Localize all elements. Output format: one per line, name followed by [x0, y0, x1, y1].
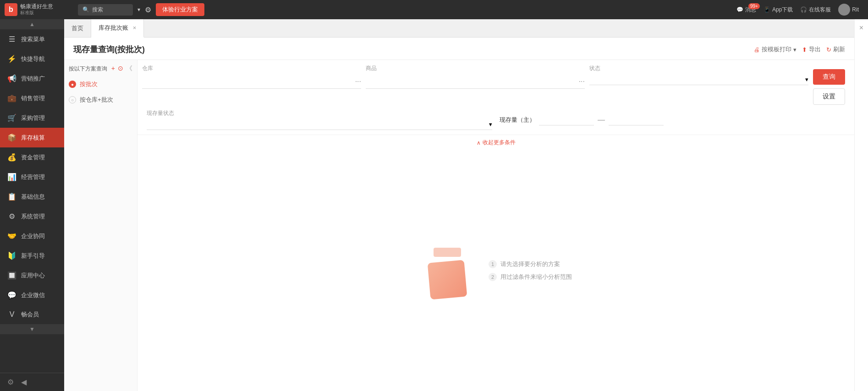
sidebar-item-vip[interactable]: V 畅会员	[0, 305, 64, 324]
refresh-icon: ↻	[826, 46, 831, 53]
empty-box	[428, 260, 467, 300]
online-service-btn[interactable]: 🎧 在线客服	[800, 6, 831, 14]
message-btn[interactable]: 💬 消息 99+	[736, 6, 756, 14]
scheme-item-label-batch: 按批次	[80, 80, 98, 88]
sidebar: ▲ ☰ 搜索菜单 ⚡ 快捷导航 📢 营销推广 💼 销售管理 🛒 采购管理	[0, 19, 64, 391]
sidebar-item-label-inventory: 库存核算	[21, 134, 45, 142]
topbar-center: 🔍 搜索 ▾ ⚙ 体验行业方案	[69, 3, 736, 16]
sidebar-item-sales[interactable]: 💼 销售管理	[0, 88, 64, 108]
sidebar-item-wechat[interactable]: 💬 企业微信	[0, 285, 64, 305]
step-num-1: 1	[489, 260, 497, 268]
scheme-item-batch[interactable]: ● 按批次	[64, 76, 137, 92]
topbar: b 畅康通好生意 标准版 🔍 搜索 ▾ ⚙ 体验行业方案 💬 消息 99+ 📱 …	[0, 0, 868, 19]
print-dropdown-icon[interactable]: ▾	[793, 46, 797, 53]
scheme-dot-batch: ●	[69, 81, 76, 88]
trial-btn[interactable]: 体验行业方案	[156, 3, 204, 16]
app-download-btn[interactable]: 📱 App下载	[764, 6, 793, 14]
sidebar-item-label-search: 搜索菜单	[21, 35, 45, 43]
inventory-qty-to[interactable]	[609, 114, 664, 125]
search-icon: 🔍	[82, 6, 89, 13]
filter-row-2: 现存量状态 ▾ 现存量（主） —	[137, 105, 854, 135]
sidebar-settings-icon[interactable]: ⚙	[7, 378, 14, 386]
message-icon: 💬	[736, 6, 743, 13]
sidebar-item-marketing[interactable]: 📢 营销推广	[0, 69, 64, 88]
empty-box-top	[434, 248, 461, 257]
sales-icon: 💼	[7, 94, 16, 103]
shortcut-icon: ⚡	[7, 54, 16, 63]
product-filter-field: 商品 ···	[366, 65, 585, 89]
sidebar-collapse-icon[interactable]: ◀	[21, 378, 27, 386]
tab-inventory-batch[interactable]: 库存批次账 ×	[91, 19, 144, 38]
warehouse-label: 仓库	[142, 65, 361, 72]
query-button[interactable]: 查询	[813, 69, 845, 85]
inventory-status-label: 现存量状态	[147, 109, 492, 117]
sidebar-item-basic-info[interactable]: 📋 基础信息	[0, 187, 64, 206]
sidebar-item-label-purchase: 采购管理	[21, 114, 45, 122]
scheme-add-icon[interactable]: +	[111, 65, 115, 73]
inventory-qty-field: 现存量（主） —	[500, 114, 845, 125]
inventory-qty-from[interactable]	[539, 114, 594, 125]
sidebar-item-shortcut[interactable]: ⚡ 快捷导航	[0, 49, 64, 69]
sidebar-item-label-finance: 资金管理	[21, 153, 45, 162]
topbar-gear-btn[interactable]: ⚙	[145, 5, 151, 14]
sidebar-item-inventory[interactable]: 📦 库存核算	[0, 128, 64, 147]
sidebar-item-newbie[interactable]: 🔰 新手引导	[0, 246, 64, 266]
enterprise-icon: 🤝	[7, 232, 16, 240]
refresh-btn[interactable]: ↻ 刷新	[826, 45, 845, 54]
basic-info-icon: 📋	[7, 192, 16, 201]
avatar	[838, 4, 850, 16]
page-header-actions: 🖨 按模板打印 ▾ ⬆ 导出 ↻ 刷新	[754, 45, 845, 54]
export-btn[interactable]: ⬆ 导出	[802, 45, 821, 54]
sidebar-item-purchase[interactable]: 🛒 采购管理	[0, 108, 64, 128]
right-panel-close-btn[interactable]: ×	[859, 24, 863, 32]
sidebar-item-enterprise[interactable]: 🤝 企业协同	[0, 226, 64, 246]
product-input[interactable]	[366, 76, 579, 87]
user-avatar-btn[interactable]: Rit	[838, 4, 859, 16]
page-content: 现存量查询(按批次) 🖨 按模板打印 ▾ ⬆ 导出 ↻ 刷新	[64, 38, 854, 391]
scheme-collapse-icon[interactable]: 《	[126, 65, 132, 73]
inventory-status-dropdown[interactable]: ▾	[147, 119, 492, 130]
sidebar-item-system[interactable]: ⚙ 系统管理	[0, 206, 64, 226]
sidebar-item-operations[interactable]: 📊 经营管理	[0, 167, 64, 187]
logo-text-block: 畅康通好生意 标准版	[20, 3, 53, 16]
sidebar-item-app-center[interactable]: 🔲 应用中心	[0, 266, 64, 285]
warehouse-dots[interactable]: ···	[355, 77, 361, 86]
main-layout: ▲ ☰ 搜索菜单 ⚡ 快捷导航 📢 营销推广 💼 销售管理 🛒 采购管理	[0, 19, 868, 391]
newbie-icon: 🔰	[7, 251, 16, 260]
collapse-bar[interactable]: ∧ 收起更多条件	[137, 135, 854, 150]
topbar-dropdown-btn[interactable]: ▾	[137, 6, 140, 13]
sidebar-scroll: ▲ ☰ 搜索菜单 ⚡ 快捷导航 📢 营销推广 💼 销售管理 🛒 采购管理	[0, 19, 64, 373]
settings-button[interactable]: 设置	[813, 88, 845, 105]
sidebar-scroll-up[interactable]: ▲	[0, 19, 64, 29]
tab-home[interactable]: 首页	[64, 20, 91, 37]
status-select[interactable]: ▾	[589, 74, 808, 85]
tab-close-btn[interactable]: ×	[133, 24, 137, 31]
logo-icon: b	[5, 3, 17, 16]
right-panel: ×	[854, 19, 868, 391]
scheme-settings-icon[interactable]: ⊙	[118, 65, 123, 73]
sidebar-item-label-system: 系统管理	[21, 212, 45, 221]
product-label: 商品	[366, 65, 585, 72]
status-label: 状态	[589, 65, 808, 72]
product-dots[interactable]: ···	[579, 77, 585, 86]
user-label: Rit	[852, 6, 859, 13]
sidebar-item-search[interactable]: ☰ 搜索菜单	[0, 29, 64, 49]
empty-step-2: 2 用过滤条件来缩小分析范围	[489, 273, 572, 281]
warehouse-input[interactable]	[142, 76, 355, 87]
status-filter-field: 状态 ▾	[589, 65, 808, 89]
sidebar-item-label-wechat: 企业微信	[21, 291, 45, 299]
sidebar-item-finance[interactable]: 💰 资金管理	[0, 147, 64, 167]
search-box[interactable]: 🔍 搜索	[78, 4, 133, 16]
scheme-item-warehouse-batch[interactable]: ○ 按仓库+批次	[64, 92, 137, 108]
sidebar-bottom: ⚙ ◀	[0, 373, 64, 391]
tab-bar: 首页 库存批次账 ×	[64, 19, 854, 38]
wechat-icon: 💬	[7, 291, 16, 299]
sidebar-item-label-shortcut: 快捷导航	[21, 55, 45, 63]
print-btn[interactable]: 🖨 按模板打印 ▾	[754, 45, 797, 54]
scheme-panel: 按以下方案查询 + ⊙ 《 ● 按批次 ○ 按仓库+批次	[64, 60, 137, 391]
sidebar-scroll-down[interactable]: ▼	[0, 324, 64, 334]
topbar-right: 💬 消息 99+ 📱 App下载 🎧 在线客服 Rit	[736, 4, 863, 16]
scheme-panel-header: 按以下方案查询 + ⊙ 《	[64, 65, 137, 76]
filter-section: 仓库 ··· 商品 ···	[137, 60, 854, 391]
empty-state: 1 请先选择要分析的方案 2 用过滤条件来缩小分析范围	[137, 150, 854, 391]
